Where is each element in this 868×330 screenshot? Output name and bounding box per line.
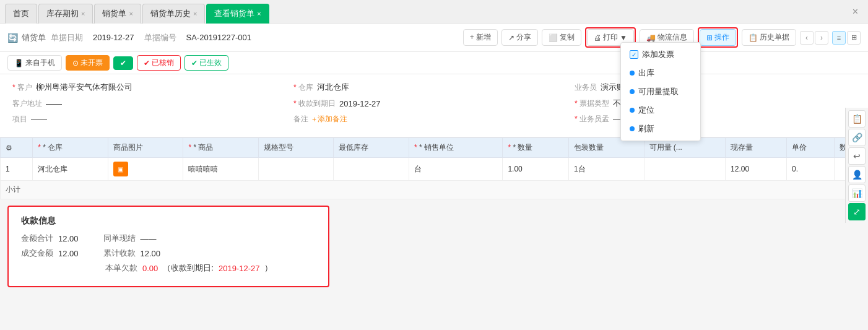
copy-label: 复制: [560, 32, 575, 43]
transaction-amount-label: 成交金额: [21, 248, 53, 259]
project-value: ——: [31, 115, 47, 124]
dropdown-outbound[interactable]: 出库: [621, 64, 700, 82]
refresh-label: 刷新: [638, 123, 654, 134]
invoice-type-label: 票据类型: [575, 98, 609, 109]
col-settings[interactable]: ⚙: [1, 138, 33, 158]
dropdown-refresh[interactable]: 刷新: [621, 119, 700, 138]
tab-view-sales[interactable]: 查看销货单 ×: [206, 4, 269, 24]
print-label: 打印: [603, 32, 618, 43]
tab-view-sales-close[interactable]: ×: [257, 10, 261, 17]
cancelled-label: 已核销: [152, 58, 174, 68]
payment-date-label: 收款到期日: [293, 98, 336, 109]
share-label: 分享: [516, 32, 531, 43]
total-amount-label: 金额合计: [21, 233, 53, 244]
copy-button[interactable]: ⬜ 复制: [542, 29, 581, 46]
history-icon: 📋: [749, 33, 758, 42]
payment-date-field: 收款到期日 2019-12-27: [293, 98, 575, 109]
side-icon-link[interactable]: 🔗: [848, 129, 866, 146]
location-label: 定位: [638, 105, 654, 116]
tab-home[interactable]: 首页: [5, 4, 37, 24]
print-icon: 🖨: [594, 33, 601, 42]
total-amount-value: 12.00: [58, 234, 79, 243]
payment-date-value: 2019-12-27: [339, 99, 381, 108]
transaction-amount-item: 成交金额 12.00: [21, 248, 79, 259]
operations-label: 操作: [714, 32, 729, 43]
salesman-field: 业务员孟 ——: [575, 114, 856, 124]
remark-label: 备注: [293, 114, 308, 124]
employee-label: 业务员: [575, 82, 597, 93]
side-icon-user[interactable]: 👤: [848, 166, 866, 183]
tab-inventory-close[interactable]: ×: [81, 10, 85, 17]
subtotal-row: 小计: [1, 181, 868, 199]
new-button[interactable]: + 新增: [463, 29, 498, 46]
view-grid-button[interactable]: ⊞: [847, 31, 861, 45]
phone-icon: 📱: [14, 59, 24, 67]
tabs-container: 首页 库存期初 × 销货单 × 销货单历史 × 查看销货单 ×: [5, 0, 269, 24]
dropdown-location[interactable]: 定位: [621, 101, 700, 119]
window-close-button[interactable]: ×: [848, 4, 863, 20]
dropdown-add-invoice[interactable]: 添加发票: [621, 45, 700, 64]
nav-next[interactable]: ›: [815, 31, 828, 45]
project-label: 项目: [12, 114, 27, 124]
side-icon-expand[interactable]: ⤢: [848, 203, 866, 220]
from-phone-button[interactable]: 📱 来自手机: [7, 55, 62, 71]
col-model: 规格型号: [258, 138, 334, 158]
logistics-icon: 🚚: [646, 33, 656, 42]
balance-date: 2019-12-27: [219, 264, 260, 273]
tab-sales-close[interactable]: ×: [129, 10, 132, 17]
share-button[interactable]: ↗ 分享: [501, 29, 538, 46]
available-qty-dot-icon: [630, 89, 635, 94]
tab-sales-label: 销货单: [102, 8, 126, 19]
product-image: ▣: [113, 162, 128, 176]
effective-label: 已生效: [199, 58, 222, 68]
not-open-label: 未开票: [80, 58, 103, 68]
nav-prev[interactable]: ‹: [800, 31, 814, 45]
main-toolbar: 🔄 销货单 单据日期 2019-12-27 单据编号 SA-20191227-0…: [0, 24, 868, 52]
doc-title-label: 销货单: [22, 32, 46, 43]
side-panel: 📋 🔗 ↩ 👤 📊 ⤢: [845, 108, 868, 223]
form-row-2: 客户地址 —— 收款到期日 2019-12-27 票据类型 不开票: [12, 98, 856, 109]
side-icon-doc[interactable]: 📋: [848, 110, 866, 128]
total-amount-item: 金额合计 12.00: [21, 233, 79, 244]
from-phone-label: 来自手机: [25, 58, 55, 68]
balance-value: 0.00: [142, 264, 158, 273]
tab-sales-history[interactable]: 销货单历史 ×: [142, 4, 205, 24]
operations-highlight-box: ⊞ 操作: [698, 27, 738, 48]
history-label: 历史单据: [760, 32, 789, 43]
row-min-stock: [334, 158, 409, 181]
tab-home-label: 首页: [13, 8, 29, 19]
product-table-wrap: ⚙ * * 仓库 商品图片 * * 商品 规格型号 最低库存 * * 销售单位 …: [0, 137, 868, 199]
dropdown-available-qty[interactable]: 可用量提取: [621, 82, 700, 101]
add-invoice-checkbox-icon: [630, 50, 638, 59]
side-icon-chart[interactable]: 📊: [848, 185, 866, 202]
not-open-button[interactable]: ⊙ 未开票: [66, 55, 110, 71]
tab-view-sales-label: 查看销货单: [214, 8, 254, 19]
effective-button[interactable]: ✔ 已生效: [184, 55, 228, 71]
tab-inventory[interactable]: 库存期初 ×: [38, 4, 93, 24]
operations-button[interactable]: ⊞ 操作: [700, 29, 736, 46]
table-header-row: ⚙ * * 仓库 商品图片 * * 商品 规格型号 最低库存 * * 销售单位 …: [1, 138, 868, 158]
balance-end: ）: [264, 263, 272, 274]
tab-sales-history-close[interactable]: ×: [193, 10, 197, 17]
cancelled-button[interactable]: ✔ 已核销: [137, 55, 181, 71]
remark-add-button[interactable]: + 添加备注: [312, 114, 347, 124]
effective-icon: ✔: [191, 59, 197, 67]
payment-info-title: 收款信息: [21, 215, 316, 227]
invoice-type-field: 票据类型 不开票: [575, 98, 856, 109]
warehouse-label: 仓库: [293, 82, 313, 93]
col-price: 单价: [787, 138, 835, 158]
doc-number-value: SA-20191227-001: [186, 33, 252, 42]
operations-dropdown: 添加发票 出库 可用量提取 定位 刷新: [620, 42, 701, 141]
refresh-dot-icon: [630, 126, 635, 131]
same-order-label: 同单现结: [103, 233, 136, 244]
tab-inventory-label: 库存期初: [46, 8, 79, 19]
col-qty: * * 数量: [503, 138, 569, 158]
complete-button[interactable]: ✔: [113, 56, 133, 70]
side-icon-return[interactable]: ↩: [848, 147, 866, 165]
view-toggle: ≡ ⊞: [832, 31, 861, 45]
view-list-button[interactable]: ≡: [832, 31, 846, 45]
customer-value: 柳州粤港平安气体有限公司: [36, 82, 132, 93]
history-button[interactable]: 📋 历史单据: [742, 29, 796, 46]
tab-sales[interactable]: 销货单 ×: [94, 4, 141, 24]
nav-arrows: ‹ ›: [800, 31, 828, 45]
